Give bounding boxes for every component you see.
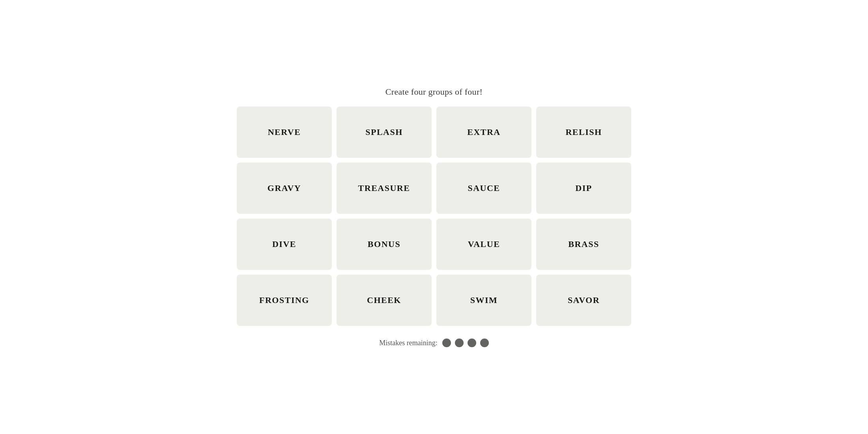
tile-label-savor: SAVOR — [568, 295, 600, 305]
tile-extra[interactable]: EXTRA — [436, 107, 531, 158]
tile-label-dip: DIP — [575, 183, 592, 193]
mistake-dot-2 — [455, 339, 464, 347]
tile-bonus[interactable]: BONUS — [337, 219, 432, 270]
tile-sauce[interactable]: SAUCE — [436, 163, 531, 214]
tile-label-cheek: CHEEK — [367, 295, 401, 305]
tile-label-treasure: TREASURE — [358, 183, 410, 193]
tile-label-extra: EXTRA — [467, 127, 501, 137]
tile-dive[interactable]: DIVE — [237, 219, 332, 270]
tile-value[interactable]: VALUE — [436, 219, 531, 270]
dots-container — [442, 339, 489, 347]
mistake-dot-1 — [442, 339, 451, 347]
tile-splash[interactable]: SPLASH — [337, 107, 432, 158]
tile-label-value: VALUE — [468, 239, 500, 249]
tile-swim[interactable]: SWIM — [436, 275, 531, 326]
mistakes-label: Mistakes remaining: — [379, 339, 437, 347]
mistake-dot-3 — [468, 339, 476, 347]
tile-relish[interactable]: RELISH — [536, 107, 631, 158]
tile-label-brass: BRASS — [568, 239, 599, 249]
tile-frosting[interactable]: FROSTING — [237, 275, 332, 326]
tile-treasure[interactable]: TREASURE — [337, 163, 432, 214]
tile-savor[interactable]: SAVOR — [536, 275, 631, 326]
game-container: Create four groups of four! NERVESPLASHE… — [237, 87, 631, 347]
tile-label-gravy: GRAVY — [268, 183, 301, 193]
tile-gravy[interactable]: GRAVY — [237, 163, 332, 214]
tile-label-dive: DIVE — [272, 239, 296, 249]
tile-cheek[interactable]: CHEEK — [337, 275, 432, 326]
tile-nerve[interactable]: NERVE — [237, 107, 332, 158]
tile-label-swim: SWIM — [470, 295, 498, 305]
tile-dip[interactable]: DIP — [536, 163, 631, 214]
mistakes-row: Mistakes remaining: — [379, 339, 488, 347]
tile-label-relish: RELISH — [565, 127, 602, 137]
tile-label-sauce: SAUCE — [468, 183, 500, 193]
mistake-dot-4 — [480, 339, 489, 347]
tile-label-splash: SPLASH — [365, 127, 403, 137]
tile-grid: NERVESPLASHEXTRARELISHGRAVYTREASURESAUCE… — [237, 107, 631, 326]
tile-label-nerve: NERVE — [268, 127, 301, 137]
tile-label-frosting: FROSTING — [259, 295, 309, 305]
subtitle: Create four groups of four! — [385, 87, 483, 97]
tile-label-bonus: BONUS — [368, 239, 400, 249]
tile-brass[interactable]: BRASS — [536, 219, 631, 270]
